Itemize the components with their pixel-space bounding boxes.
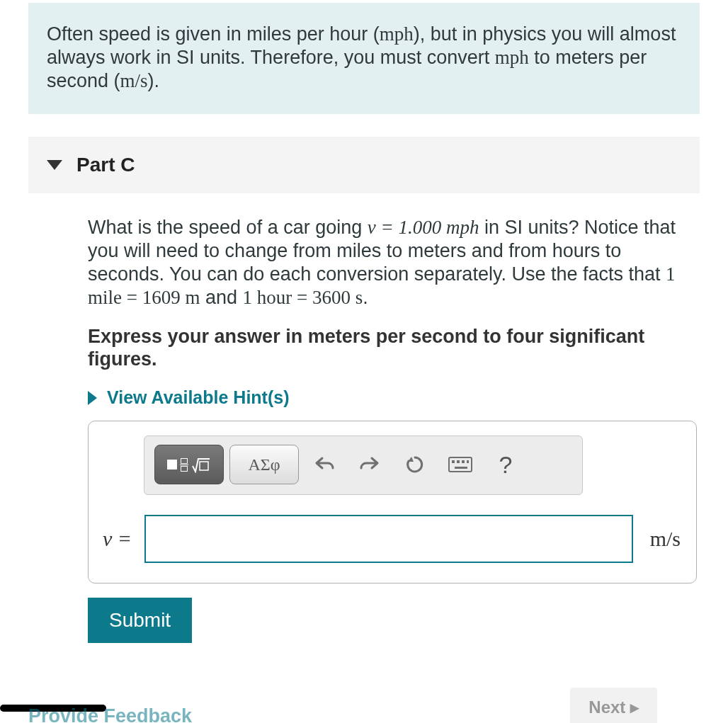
view-hints-toggle[interactable]: View Available Hint(s)	[88, 387, 697, 408]
answer-box: ΑΣφ ? v = m/s	[88, 421, 697, 583]
answer-input[interactable]	[144, 515, 633, 563]
next-label: Next	[588, 698, 625, 717]
root-icon	[191, 456, 211, 473]
question-equation: v = 1.000 mph	[368, 217, 479, 238]
intro-note: Often speed is given in miles per hour (…	[28, 3, 700, 114]
intro-mph: mph	[380, 23, 414, 45]
intro-ms: m/s	[120, 70, 148, 91]
next-button[interactable]: Next ▸	[570, 688, 657, 723]
part-title: Part C	[76, 154, 135, 176]
question-segment: .	[363, 287, 368, 308]
question-segment: and	[200, 287, 242, 308]
caret-right-icon	[88, 391, 97, 405]
reset-button[interactable]	[395, 445, 435, 484]
greek-symbols-button[interactable]: ΑΣφ	[229, 445, 299, 484]
hints-label: View Available Hint(s)	[107, 387, 289, 408]
help-button[interactable]: ?	[486, 445, 525, 484]
unit-label: m/s	[650, 527, 681, 551]
answer-input-row: v = m/s	[89, 495, 696, 583]
intro-text: ).	[148, 70, 160, 91]
submit-button[interactable]: Submit	[88, 598, 192, 643]
keyboard-icon	[448, 457, 472, 472]
provide-feedback-link[interactable]: Provide Feedback	[28, 705, 192, 723]
question-segment: What is the speed of a car going	[88, 217, 368, 238]
keyboard-button[interactable]	[440, 445, 480, 484]
question-fact: 1 hour = 3600 s	[243, 287, 363, 308]
variable-label: v =	[103, 527, 132, 551]
question-text: What is the speed of a car going v = 1.0…	[88, 216, 697, 309]
equation-toolbar: ΑΣφ ?	[144, 435, 583, 495]
square-icon	[167, 460, 177, 469]
part-c-header[interactable]: Part C	[28, 137, 700, 193]
part-c-body: What is the speed of a car going v = 1.0…	[28, 193, 700, 644]
answer-instructions: Express your answer in meters per second…	[88, 325, 697, 371]
math-templates-button[interactable]	[154, 445, 224, 484]
caret-down-icon	[47, 160, 62, 170]
undo-button[interactable]	[305, 445, 344, 484]
fraction-icon	[180, 458, 188, 472]
redo-button[interactable]	[350, 445, 389, 484]
intro-text: Often speed is given in miles per hour (	[47, 23, 380, 45]
svg-rect-0	[200, 462, 208, 470]
intro-mph: mph	[495, 47, 529, 68]
